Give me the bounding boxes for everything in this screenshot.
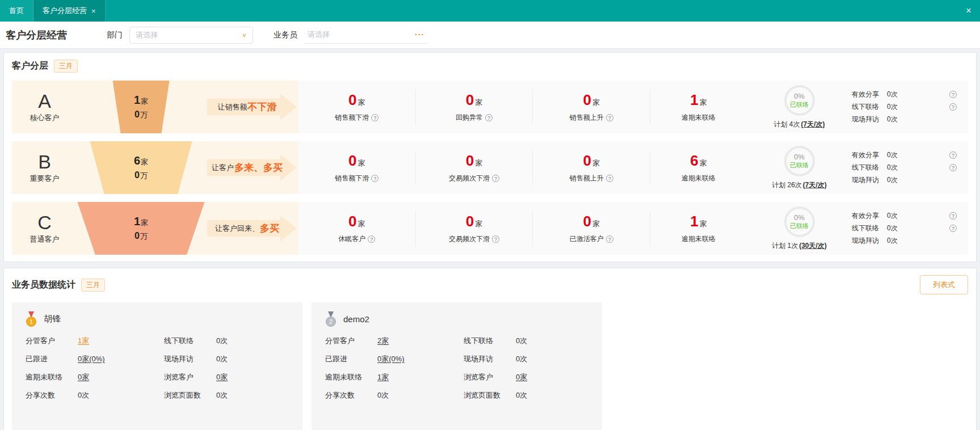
tier-c-funnel-col: 1家 0万 (77, 202, 205, 255)
close-all-icon[interactable]: × (957, 0, 980, 22)
side-stats: 有效分享 0次 ? 线下联络 0次 ? 现场拜访 0次 (852, 150, 968, 185)
slogan-prefix: 让销售额 (218, 102, 247, 112)
contact-progress: 0% 已联络 计划 26次(7天/次) (747, 146, 852, 190)
funnel-count: 1家 (134, 94, 148, 107)
tab-close-icon[interactable]: × (91, 7, 96, 15)
salesman-stat-grid: 分管客户 1家 线下联络 0次 已跟进 0家(0%) 现场拜访 0次 逾期未联络… (26, 336, 289, 401)
segmentation-card: 客户分层 三月 A 核心客户 1家 0万 (3, 52, 977, 262)
help-icon[interactable]: ? (606, 235, 613, 243)
metric-value: 0家 (466, 91, 482, 109)
main-content: 客户分层 三月 A 核心客户 1家 0万 (0, 49, 980, 430)
salesman-card-head: 业务员数据统计 三月 列表式 (12, 275, 968, 294)
tier-a-funnel-col: 1家 0万 (77, 81, 205, 133)
side-stat-row: 有效分享 0次 ? (852, 211, 957, 221)
help-icon[interactable]: ? (949, 91, 957, 98)
salesman-input[interactable]: 请选择 ··· (304, 27, 428, 44)
metric: 0家 交易频次下滑? (416, 211, 533, 246)
side-stat-row: 线下联络 0次 ? (852, 163, 957, 172)
help-icon[interactable]: ? (606, 175, 613, 182)
managed-customers-link[interactable]: 2家 (377, 336, 464, 346)
progress-status: 已联络 (790, 222, 809, 230)
metric: 0家 交易频次下滑? (416, 150, 533, 186)
metric: 0家 销售额下滑? (298, 150, 416, 186)
progress-percent: 0% (794, 213, 805, 222)
side-stats: 有效分享 0次 ? 线下联络 0次 ? 现场拜访 0次 (852, 211, 968, 246)
tab-customer-segmentation[interactable]: 客户分层经营 × (33, 0, 106, 22)
tier-letter: B (38, 151, 51, 172)
salesman-stats-title: 业务员数据统计 (12, 279, 75, 291)
overdue-metric: 6家 逾期未联络 (650, 150, 747, 186)
help-icon[interactable]: ? (606, 114, 613, 121)
more-dots-icon[interactable]: ··· (415, 30, 424, 39)
tab-home[interactable]: 首页 (0, 0, 33, 22)
funnel-shape: 1家 0万 (78, 202, 205, 255)
progress-ring: 0% 已联络 (784, 146, 815, 176)
metric-label: 交易频次下滑? (449, 174, 499, 183)
metric: 0家 销售额下滑? (298, 90, 416, 125)
progress-ring: 0% 已联络 (784, 206, 815, 237)
plan-frequency-link[interactable]: (7天/次) (803, 181, 827, 189)
metric-label: 逾期未联络 (682, 113, 716, 123)
contact-plan: 计划 26次(7天/次) (772, 180, 827, 190)
side-stats: 有效分享 0次 ? 线下联络 0次 ? 现场拜访 0次 (852, 90, 968, 124)
overdue-metric: 1家 逾期未联络 (650, 211, 747, 246)
progress-status: 已联络 (790, 100, 809, 109)
metric: 0家 已激活客户? (533, 211, 650, 246)
overdue-uncontacted-link[interactable]: 0家 (78, 372, 164, 382)
help-icon[interactable]: ? (485, 114, 493, 121)
help-icon[interactable]: ? (492, 235, 499, 243)
metric-value: 0家 (466, 152, 482, 170)
followed-up-link[interactable]: 0家(0%) (377, 354, 464, 364)
help-icon[interactable]: ? (949, 225, 957, 232)
slogan-prefix: 让客户回来、 (215, 224, 259, 234)
tier-b-slogan-col: 让客户多来、多买 (205, 141, 298, 194)
browsed-customers-link[interactable]: 0家 (216, 372, 289, 382)
salesman-name: demo2 (343, 314, 369, 324)
slogan-highlight: 多来、多买 (234, 161, 283, 174)
department-select[interactable]: 请选择 ∨ (129, 27, 253, 44)
slogan-highlight: 多买 (260, 222, 279, 235)
tier-name: 重要客户 (30, 174, 60, 184)
metric-value: 6家 (690, 152, 706, 170)
slogan-arrow-icon: 让销售额不下滑 (207, 94, 297, 120)
filter-bar: 客户分层经营 部门 请选择 ∨ 业务员 请选择 ··· (0, 22, 980, 49)
tier-a-slogan-col: 让销售额不下滑 (205, 81, 298, 133)
tier-row-b: B 重要客户 6家 0万 让客户多来、多买 (12, 141, 968, 194)
help-icon[interactable]: ? (368, 235, 375, 243)
plan-frequency-link[interactable]: (30天/次) (799, 242, 827, 250)
slogan-prefix: 让客户 (212, 163, 234, 173)
help-icon[interactable]: ? (371, 114, 378, 121)
help-icon[interactable]: ? (949, 151, 957, 159)
progress-percent: 0% (794, 92, 805, 100)
gold-medal-icon: 1 (26, 311, 37, 327)
help-icon[interactable]: ? (949, 212, 957, 220)
tier-c-head: C 普通客户 1家 0万 让客户回来、多买 (12, 202, 298, 255)
month-badge: 三月 (54, 60, 78, 73)
help-icon[interactable]: ? (949, 103, 957, 111)
funnel-shape: 1家 0万 (113, 81, 170, 133)
side-stat-row: 有效分享 0次 ? (852, 150, 957, 160)
tier-b-funnel-col: 6家 0万 (77, 141, 205, 194)
tier-c-stats: 0家 休眠客户? 0家 交易频次下滑? 0家 已激活客户? 1家 逾期未联络 (298, 202, 968, 255)
metric: 0家 销售额上升? (533, 150, 650, 186)
side-stat-row: 线下联络 0次 ? (852, 102, 957, 112)
tier-b-stats: 0家 销售额下滑? 0家 交易频次下滑? 0家 销售额上升? 6家 逾期未联络 (298, 141, 968, 194)
browsed-customers-link[interactable]: 0家 (516, 372, 588, 382)
side-stat-row: 现场拜访 0次 (852, 236, 957, 246)
tier-row-c: C 普通客户 1家 0万 让客户回来、多买 (12, 202, 968, 255)
list-view-button[interactable]: 列表式 (920, 275, 968, 294)
help-icon[interactable]: ? (371, 175, 378, 182)
progress-ring: 0% 已联络 (784, 85, 815, 116)
followed-up-link[interactable]: 0家(0%) (78, 354, 164, 364)
managed-customers-link[interactable]: 1家 (78, 336, 164, 346)
tier-a-head: A 核心客户 1家 0万 让销售额不下滑 (12, 81, 298, 133)
contact-plan: 计划 1次(30天/次) (772, 241, 827, 251)
metric-value: 0家 (348, 152, 365, 170)
plan-frequency-link[interactable]: (7天/次) (801, 120, 825, 128)
side-stat-row: 有效分享 0次 ? (852, 90, 957, 99)
tier-rows: A 核心客户 1家 0万 让销售额不下滑 (12, 81, 968, 255)
chevron-down-icon: ∨ (242, 32, 247, 38)
help-icon[interactable]: ? (949, 164, 957, 171)
help-icon[interactable]: ? (492, 175, 499, 182)
overdue-uncontacted-link[interactable]: 1家 (377, 372, 464, 382)
